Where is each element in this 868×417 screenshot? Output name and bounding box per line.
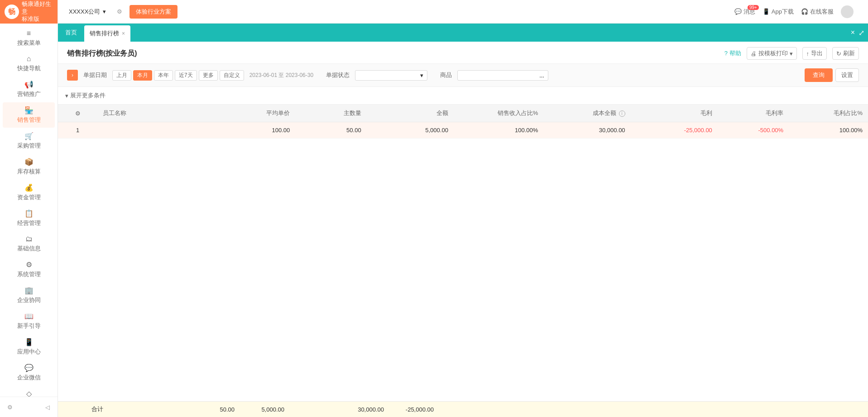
filter-date-custom[interactable]: 自定义 — [220, 70, 244, 81]
app-download-icon: 📱 — [762, 8, 770, 15]
filter-status-select[interactable]: ▾ — [355, 70, 427, 81]
sidebar-item-label: 库存核算 — [17, 168, 41, 176]
sidebar-item-label: 基础信息 — [17, 244, 41, 253]
app-download-label: App下载 — [772, 8, 794, 16]
topbar-right: 💬 消息 99+ 📱 App下载 🎧 在线客服 — [734, 5, 861, 18]
report-actions: ? 帮助 🖨 按模板打印 ▾ ↑ 导出 ↻ 刷新 — [724, 47, 859, 60]
expand-conditions-button[interactable]: ▾ 展开更多条件 — [61, 90, 865, 101]
table-row: 1 100.00 50.00 5,000.00 100.00% 30,000.0… — [58, 122, 868, 139]
online-service-item[interactable]: 🎧 在线客服 — [801, 8, 834, 16]
sidebar-item-label: 企业微信 — [17, 374, 41, 382]
close-window-button[interactable]: × — [851, 29, 855, 37]
sidebar-item-member[interactable]: ◇ 畅会员 — [3, 386, 55, 397]
filter-right-actions: 查询 设置 — [805, 68, 859, 82]
topbar-settings-icon[interactable]: ⚙ — [113, 5, 126, 18]
sidebar-item-quick-nav[interactable]: ⌂ 快捷导航 — [3, 51, 55, 76]
settings-button[interactable]: 设置 — [835, 68, 859, 82]
col-header-gross-ratio: 毛利占比% — [789, 105, 868, 122]
app-center-icon: 📱 — [24, 338, 34, 346]
col-header-main-qty: 主数量 — [295, 105, 366, 122]
tab-close-button[interactable]: × — [122, 30, 125, 37]
system-icon: ⚙ — [26, 260, 32, 269]
operation-icon: 📋 — [24, 209, 34, 218]
marketing-icon: 📢 — [24, 80, 34, 89]
sidebar-settings-icon[interactable]: ⚙ — [4, 401, 16, 413]
settings-col-icon[interactable]: ⚙ — [75, 110, 81, 117]
sidebar-item-label: 销售管理 — [17, 116, 41, 124]
filter-date-this-year[interactable]: 本年 — [154, 70, 173, 81]
filter-goods-input[interactable]: ... — [457, 70, 548, 81]
refresh-button[interactable]: ↻ 刷新 — [832, 47, 859, 60]
logo-text: 畅康通好生意 标准版 — [22, 0, 53, 24]
cell-cost: 30,000.00 — [543, 122, 630, 139]
filter-date-last-month[interactable]: 上月 — [112, 70, 131, 81]
sidebar-item-guide[interactable]: 📖 新手引导 — [3, 308, 55, 334]
online-service-label: 在线客服 — [810, 8, 834, 16]
company-name: XXXXX公司 — [69, 8, 100, 16]
company-selector[interactable]: XXXXX公司 ▾ — [65, 6, 110, 18]
cell-gross-ratio: 100.00% — [789, 122, 868, 139]
sidebar-collapse-icon[interactable]: ◁ — [41, 401, 54, 413]
sidebar-item-sales[interactable]: 🏪 销售管理 — [3, 102, 55, 128]
cell-avg-price: 100.00 — [208, 122, 295, 139]
industry-solution-button[interactable]: 体验行业方案 — [129, 5, 177, 19]
cost-info-icon[interactable]: i — [619, 110, 625, 117]
table-body: 1 100.00 50.00 5,000.00 100.00% 30,000.0… — [58, 122, 868, 139]
sidebar-item-finance[interactable]: 💰 资金管理 — [3, 180, 55, 205]
filter-date-7days[interactable]: 近7天 — [175, 70, 197, 81]
report-area: 销售排行榜(按业务员) ? 帮助 🖨 按模板打印 ▾ ↑ 导出 — [58, 42, 868, 417]
enterprise-icon: 🏢 — [24, 286, 34, 295]
sidebar-item-wechat[interactable]: 💬 企业微信 — [3, 360, 55, 385]
footer-amount: 5,000.00 — [240, 406, 290, 413]
sidebar-bottom: ⚙ ◁ — [0, 397, 58, 417]
export-icon: ↑ — [806, 50, 810, 57]
help-link[interactable]: ? 帮助 — [724, 49, 741, 58]
sidebar-item-purchase[interactable]: 🛒 采购管理 — [3, 128, 55, 153]
sidebar-item-search-order[interactable]: ≡ 搜索菜单 — [3, 26, 55, 51]
print-dropdown-icon: ▾ — [790, 50, 793, 57]
filter-date-more[interactable]: 更多 — [199, 70, 218, 81]
tabbar: 首页 销售排行榜 × × ⤢ — [58, 24, 868, 42]
filter-toggle-arrow[interactable]: › — [67, 70, 78, 81]
finance-icon: 💰 — [24, 183, 34, 192]
footer-main-qty: 50.00 — [199, 406, 240, 413]
sidebar-item-enterprise[interactable]: 🏢 企业协同 — [3, 283, 55, 308]
filter-status-dropdown-icon: ▾ — [420, 72, 423, 79]
sidebar-item-label: 采购管理 — [17, 142, 41, 150]
goods-search-field[interactable] — [461, 72, 537, 79]
wechat-icon: 💬 — [24, 364, 34, 372]
sidebar-item-system[interactable]: ⚙ 系统管理 — [3, 257, 55, 282]
sidebar-item-label: 企业协同 — [17, 296, 41, 304]
sidebar-item-label: 系统管理 — [17, 270, 41, 278]
tab-home[interactable]: 首页 — [58, 24, 84, 42]
expand-window-button[interactable]: ⤢ — [858, 29, 864, 37]
message-icon: 💬 — [734, 8, 742, 15]
print-icon: 🖨 — [751, 50, 757, 57]
app-download-item[interactable]: 📱 App下载 — [762, 8, 794, 16]
sidebar-item-app-center[interactable]: 📱 应用中心 — [3, 334, 55, 359]
sidebar-item-basic-info[interactable]: 🗂 基础信息 — [3, 231, 55, 256]
col-header-gross-rate: 毛利率 — [718, 105, 789, 122]
export-button[interactable]: ↑ 导出 — [802, 47, 827, 60]
date-label: 单据日期 — [83, 71, 107, 79]
tab-sales-ranking[interactable]: 销售排行榜 × — [84, 25, 130, 42]
query-button[interactable]: 查询 — [805, 68, 833, 82]
sidebar-item-marketing[interactable]: 📢 营销推广 — [3, 77, 55, 102]
sidebar-item-operation[interactable]: 📋 经营管理 — [3, 206, 55, 231]
main-area: XXXXX公司 ▾ ⚙ 体验行业方案 💬 消息 99+ 📱 App下载 🎧 在线… — [58, 0, 868, 417]
filter-bar: › 单据日期 上月 本月 本年 近7天 更多 自定义 2023-06-01 至 … — [58, 64, 868, 87]
avatar[interactable] — [841, 5, 854, 18]
cell-amount: 5,000.00 — [367, 122, 454, 139]
quick-nav-icon: ⌂ — [27, 55, 31, 63]
online-service-icon: 🎧 — [801, 8, 808, 15]
sidebar-item-inventory[interactable]: 📦 库存核算 — [3, 154, 55, 179]
goods-label: 商品 — [440, 71, 452, 79]
filter-date-this-month[interactable]: 本月 — [133, 70, 152, 81]
sidebar-nav: ≡ 搜索菜单 ⌂ 快捷导航 📢 营销推广 🏪 销售管理 🛒 采购管理 📦 库存核… — [0, 24, 58, 397]
print-button[interactable]: 🖨 按模板打印 ▾ — [747, 47, 797, 60]
message-item[interactable]: 💬 消息 99+ — [734, 8, 755, 16]
tab-home-label: 首页 — [65, 29, 77, 37]
message-badge: 99+ — [748, 5, 759, 10]
filter-date-buttons: 上月 本月 本年 近7天 更多 自定义 — [112, 70, 244, 81]
guide-icon: 📖 — [24, 312, 34, 321]
